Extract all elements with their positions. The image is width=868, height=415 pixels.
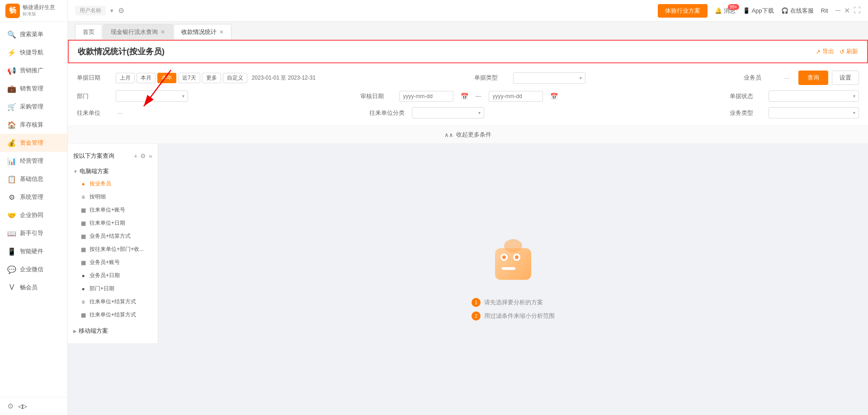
sidebar-item-icon-9: ⚙: [7, 193, 16, 202]
trial-btn[interactable]: 体验行业方案: [658, 4, 708, 18]
tab-receipt-stats-close[interactable]: ✕: [219, 29, 224, 35]
sidebar-item-1[interactable]: ⚡快捷导航: [0, 43, 67, 61]
preset-this-year[interactable]: 本年: [157, 73, 176, 83]
sidebar-item-icon-0: 🔍: [7, 30, 16, 39]
panel-item-salesman-settle[interactable]: ▦ 业务员+结算方式: [68, 230, 158, 243]
tab-home[interactable]: 首页: [75, 24, 102, 39]
review-date-end[interactable]: [489, 91, 543, 102]
query-btn[interactable]: 查询: [798, 71, 828, 85]
tab-bank-flow[interactable]: 现金银行流水查询 ✕: [103, 24, 173, 39]
settings-btn[interactable]: 设置: [832, 71, 859, 85]
sidebar-item-10[interactable]: 🤝企业协同: [0, 206, 67, 224]
biz-type-select[interactable]: [769, 107, 859, 118]
panel-section-desktop-title[interactable]: ▼ 电脑端方案: [68, 165, 158, 177]
panel-item-dept-date[interactable]: ● 部门+日期: [68, 282, 158, 295]
item-partner-account-label: 往来单位+账号: [90, 206, 125, 214]
panel-collapse-icon[interactable]: «: [149, 152, 152, 160]
sidebar-item-2[interactable]: 📢营销推广: [0, 61, 67, 80]
panel-settings-icon[interactable]: ⚙: [140, 152, 146, 160]
sidebar-item-icon-10: 🤝: [7, 211, 16, 220]
window-maximize-btn[interactable]: ⛶: [854, 6, 861, 15]
sidebar-item-3[interactable]: 💼销售管理: [0, 80, 67, 98]
panel-item-salesman-account[interactable]: ▦ 业务员+账号: [68, 256, 158, 269]
type-select[interactable]: [513, 72, 585, 84]
desktop-section-label: 电脑端方案: [80, 167, 109, 175]
tab-bank-flow-label: 现金银行流水查询: [111, 28, 158, 36]
review-date-start[interactable]: [399, 91, 453, 102]
item-partner-date-label: 往来单位+日期: [90, 219, 125, 227]
panel-section-mobile-title[interactable]: ▶ 移动端方案: [68, 325, 158, 337]
sidebar-item-5[interactable]: 🏠库存核算: [0, 116, 67, 134]
sidebar-item-icon-1: ⚡: [7, 48, 16, 57]
dept-select[interactable]: [116, 90, 188, 102]
panel-section-mobile: ▶ 移动端方案: [68, 323, 158, 339]
tab-bank-flow-close[interactable]: ✕: [160, 29, 165, 35]
panel-item-partner-settle2[interactable]: ▦ 往来单位+结算方式: [68, 308, 158, 321]
top-header: 用户名称 ▾ ⚙ 体验行业方案 🔔 消息 99+ 📱 App下载: [68, 0, 868, 22]
preset-last-month[interactable]: 上月: [116, 73, 135, 83]
app-download-btn[interactable]: 📱 App下载: [743, 7, 774, 15]
mobile-section-arrow-icon: ▶: [73, 329, 77, 334]
panel-item-detail[interactable]: ≡ 按明细: [68, 190, 158, 203]
message-btn[interactable]: 🔔 消息 99+: [715, 7, 736, 15]
preset-7days[interactable]: 近7天: [178, 73, 200, 83]
sidebar-item-label-7: 经营管理: [20, 157, 43, 165]
logo-name: 畅捷通好生意: [23, 4, 55, 11]
sidebar-item-7[interactable]: 📊经营管理: [0, 152, 67, 170]
panel-item-partner-dept-receipt[interactable]: ▦ 按往来单位+部门+收...: [68, 243, 158, 256]
preset-custom[interactable]: 自定义: [223, 73, 247, 83]
sidebar-item-label-13: 企业微信: [20, 265, 43, 274]
page-title: 收款情况统计(按业务员): [78, 46, 165, 57]
status-select[interactable]: [769, 90, 859, 102]
panel-item-partner-account[interactable]: ▦ 往来单位+账号: [68, 203, 158, 217]
panel-item-salesman[interactable]: ● 按业务员: [68, 177, 158, 190]
sidebar: 畅 畅捷通好生意 标准版 🔍搜索菜单⚡快捷导航📢营销推广💼销售管理🛒采购管理🏠库…: [0, 0, 68, 415]
service-btn[interactable]: 🎧 在线客服: [781, 7, 814, 15]
user-name-btn[interactable]: Rit: [821, 7, 828, 14]
preset-this-month[interactable]: 本月: [137, 73, 156, 83]
panel-item-salesman-date[interactable]: ● 业务员+日期: [68, 269, 158, 282]
header-dropdown-icon[interactable]: ▾: [110, 7, 113, 14]
panel-header-label: 按以下方案查询: [73, 152, 114, 160]
message-icon: 🔔: [715, 7, 722, 14]
sidebar-item-11[interactable]: 📖新手引导: [0, 224, 67, 242]
sidebar-bottom: ⚙ ◁▷: [0, 397, 67, 415]
sidebar-item-14[interactable]: V畅会员: [0, 278, 67, 297]
sidebar-item-label-5: 库存核算: [20, 121, 43, 129]
sidebar-item-6[interactable]: 💰资金管理: [0, 134, 67, 152]
collapse-bar[interactable]: ∧∧ 收起更多条件: [68, 126, 868, 144]
sidebar-item-8[interactable]: 📋基础信息: [0, 170, 67, 188]
app-label: App下载: [752, 7, 774, 15]
panel-item-partner-settle1[interactable]: ≡ 往来单位+结算方式: [68, 295, 158, 308]
sidebar-item-icon-3: 💼: [7, 84, 16, 93]
tab-receipt-stats[interactable]: 收款情况统计 ✕: [174, 24, 231, 39]
sidebar-item-0[interactable]: 🔍搜索菜单: [0, 25, 67, 43]
partner-cat-select-wrap: ▾: [412, 107, 484, 118]
sidebar-collapse-icon[interactable]: ◁▷: [18, 403, 27, 410]
user-name: Rit: [821, 7, 828, 14]
sidebar-item-label-2: 营销推广: [20, 66, 43, 75]
dept-select-wrap: ▾: [116, 90, 188, 102]
item-salesman-icon: ●: [80, 180, 87, 188]
item-detail-icon: ≡: [80, 193, 87, 201]
salesman-more-dots[interactable]: ···: [784, 75, 789, 81]
window-minimize-btn[interactable]: ─: [835, 6, 840, 15]
header-gear-icon[interactable]: ⚙: [118, 6, 124, 15]
window-close-btn[interactable]: ✕: [844, 6, 850, 15]
partner-more-dots[interactable]: ···: [118, 109, 123, 116]
sidebar-item-12[interactable]: 📱智能硬件: [0, 242, 67, 260]
sidebar-gear-icon[interactable]: ⚙: [7, 402, 14, 410]
preset-more[interactable]: 更多: [202, 73, 221, 83]
refresh-btn[interactable]: ↺ 刷新: [840, 47, 858, 56]
sidebar-item-4[interactable]: 🛒采购管理: [0, 98, 67, 116]
sidebar-item-13[interactable]: 💬企业微信: [0, 260, 67, 278]
sidebar-item-9[interactable]: ⚙系统管理: [0, 188, 67, 206]
export-btn[interactable]: ↗ 导出: [816, 47, 834, 56]
partner-cat-select[interactable]: [412, 107, 484, 118]
panel-item-partner-date[interactable]: ▦ 往来单位+日期: [68, 217, 158, 230]
sidebar-item-icon-7: 📊: [7, 156, 16, 165]
step-2-num: 2: [472, 311, 481, 321]
step-2: 2 用过滤条件来缩小分析范围: [472, 311, 555, 321]
tabs-bar: 首页 现金银行流水查询 ✕ 收款情况统计 ✕: [68, 22, 868, 40]
panel-add-icon[interactable]: +: [134, 152, 137, 160]
